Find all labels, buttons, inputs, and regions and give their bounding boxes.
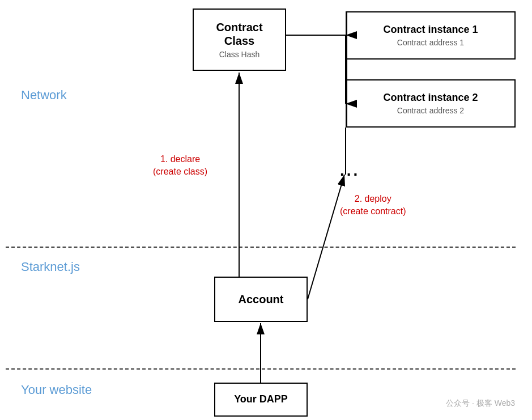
- account-box: Account: [214, 277, 308, 322]
- divider-2: [6, 368, 516, 370]
- account-title: Account: [239, 292, 284, 306]
- contract-instance-2-subtitle: Contract address 2: [397, 106, 464, 115]
- your-dapp-box: Your DAPP: [214, 383, 308, 417]
- contract-instance-2-box: Contract instance 2 Contract address 2: [346, 79, 516, 128]
- your-dapp-title: Your DAPP: [234, 393, 288, 406]
- contract-instance-1-box: Contract instance 1 Contract address 1: [346, 11, 516, 60]
- declare-label: 1. declare(create class): [153, 153, 207, 179]
- contract-instance-1-title: Contract instance 1: [383, 24, 478, 36]
- dots-label: ...: [340, 162, 360, 180]
- contract-class-subtitle: Class Hash: [219, 50, 260, 59]
- contract-class-title: ContractClass: [216, 20, 262, 48]
- yourwebsite-label: Your website: [21, 383, 92, 397]
- contract-instance-2-title: Contract instance 2: [383, 92, 478, 104]
- svg-line-9: [308, 175, 344, 299]
- contract-instance-1-subtitle: Contract address 1: [397, 38, 464, 47]
- watermark: 公众号 · 极客 Web3: [446, 398, 515, 409]
- starknetjs-label: Starknet.js: [21, 260, 80, 274]
- deploy-label: 2. deploy(create contract): [340, 193, 406, 218]
- contract-class-box: ContractClass Class Hash: [193, 9, 286, 71]
- network-label: Network: [21, 88, 67, 103]
- diagram-container: Network Starknet.js Your website Contrac…: [0, 0, 532, 420]
- divider-1: [6, 247, 516, 248]
